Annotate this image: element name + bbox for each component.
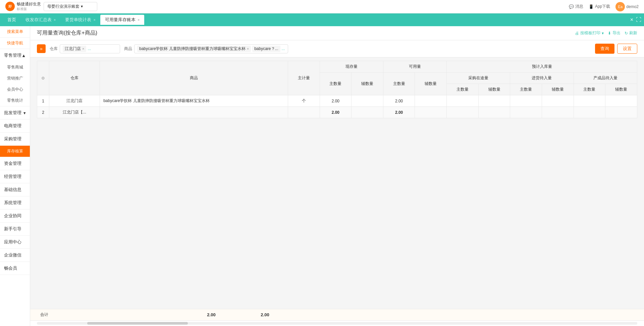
- sidebar-group-purchase-label: 采购管理: [4, 136, 21, 142]
- cell-stock-aux-1: [352, 95, 383, 107]
- message-btn[interactable]: 💬 消息: [569, 4, 583, 9]
- cell-production-main-1: [574, 95, 605, 107]
- logo-text-block: 畅捷通好生意 标准版: [17, 2, 41, 11]
- page-header: 可用量查询(按仓库+商品) 🖨 按模板打印 ▾ ⬇ 导出 ↻ 刷新: [30, 26, 644, 40]
- sidebar-item-retail-stats[interactable]: 零售统计: [0, 95, 30, 106]
- tab-order-summary[interactable]: 要货单统计表 ×: [60, 15, 100, 25]
- th-product: 商品: [100, 61, 288, 95]
- store-select[interactable]: 母婴行业演示账套 ▾: [44, 2, 97, 11]
- tab-home-label: 首页: [7, 17, 16, 23]
- refresh-btn[interactable]: ↻ 刷新: [625, 30, 637, 36]
- cell-product-2: [100, 107, 288, 118]
- cell-incoming-main-2: [510, 107, 542, 118]
- cell-purchase-main-1: [447, 95, 479, 107]
- sidebar-group-ecommerce-header[interactable]: 电商管理: [0, 120, 30, 132]
- sidebar-group-finance-header[interactable]: 资金管理: [0, 157, 30, 170]
- logo-icon: 好: [5, 2, 15, 11]
- tab-receive-summary[interactable]: 收发存汇总表 ×: [21, 15, 60, 25]
- footer-total-label: 合计: [37, 312, 198, 318]
- app-download-label: App下载: [595, 4, 610, 9]
- export-btn[interactable]: ⬇ 导出: [608, 30, 621, 36]
- sidebar-group-wholesale-header[interactable]: 批发管理 ▾: [0, 106, 30, 119]
- cell-available-main-1: 2.00: [383, 95, 415, 107]
- filter-expand-btn[interactable]: »: [37, 44, 46, 53]
- tab-order-summary-label: 要货单统计表: [65, 17, 91, 23]
- sidebar-group-system-header[interactable]: 系统管理: [0, 196, 30, 209]
- tab-available-stock-close[interactable]: ×: [138, 18, 140, 22]
- sidebar-item-inventory[interactable]: 库存核算: [0, 146, 30, 157]
- sidebar-group-wecom: 企业微信: [0, 249, 30, 262]
- setting-button[interactable]: 设置: [617, 44, 637, 54]
- th-warehouse: 仓库: [49, 61, 100, 95]
- sidebar-group-basic-header[interactable]: 基础信息: [0, 183, 30, 196]
- sidebar-quick-nav[interactable]: 快捷导航: [0, 38, 30, 49]
- product-more[interactable]: ...: [282, 46, 285, 51]
- app-download-btn[interactable]: 📱 App下载: [589, 4, 610, 9]
- warehouse-input[interactable]: 江北门店 × ...: [60, 44, 120, 53]
- expand-btn[interactable]: ⛶: [636, 17, 641, 23]
- cell-stock-aux-2: [352, 107, 383, 118]
- sidebar-group-basic-label: 基础信息: [4, 187, 21, 193]
- tab-order-summary-close[interactable]: ×: [93, 18, 95, 22]
- sidebar-item-retail-shop[interactable]: 零售商城: [0, 62, 30, 73]
- sidebar-group-newbie-header[interactable]: 新手引导: [0, 223, 30, 235]
- sidebar-group-member: 畅会员: [0, 262, 30, 275]
- cell-index-2: 2: [37, 107, 49, 118]
- th-incoming-aux: 辅数量: [542, 84, 574, 95]
- th-available-group: 可用量: [383, 61, 446, 73]
- tab-available-stock-label: 可用量库存账本: [105, 17, 136, 23]
- warehouse-label: 仓库: [50, 46, 58, 52]
- avatar-text: Ea: [618, 5, 623, 9]
- product-tag-2: babycare？...: [252, 46, 280, 52]
- th-production-aux: 辅数量: [605, 84, 637, 95]
- export-icon: ⬇: [608, 31, 611, 36]
- top-bar: 好 畅捷通好生意 标准版 母婴行业演示账套 ▾ 💬 消息 📱 App下载 Ea …: [0, 0, 644, 13]
- close-all-btn[interactable]: ×: [630, 17, 633, 23]
- th-incoming-main: 主数量: [510, 84, 542, 95]
- sidebar-group-retail-header[interactable]: 零售管理 ▲: [0, 49, 30, 62]
- sidebar-group-newbie: 新手引导: [0, 223, 30, 236]
- product-label: 商品: [124, 46, 132, 52]
- nav-tabs: 首页 收发存汇总表 × 要货单统计表 × 可用量库存账本 × × ⛶: [0, 13, 644, 26]
- th-production-pending: 产成品待入量: [574, 73, 637, 84]
- product-tag-1: babycare学饮杯 儿童防摔防撞吸管杯重力球吸嘴杯宝宝水杯 ×: [137, 46, 251, 52]
- tab-receive-summary-label: 收发存汇总表: [25, 17, 52, 23]
- cell-warehouse-1: 江北门店: [49, 95, 100, 107]
- sidebar-group-operations: 经营管理: [0, 170, 30, 183]
- tab-receive-summary-close[interactable]: ×: [54, 18, 56, 22]
- sidebar-item-members[interactable]: 会员中心: [0, 84, 30, 95]
- scrollbar-track: [37, 322, 637, 325]
- th-stock-aux: 辅数量: [352, 73, 383, 95]
- warehouse-tag-remove[interactable]: ×: [82, 47, 84, 51]
- print-dropdown-icon: ▾: [602, 31, 604, 36]
- sidebar-group-purchase-header[interactable]: 采购管理: [0, 133, 30, 145]
- sidebar-item-marketing[interactable]: 营销推广: [0, 73, 30, 84]
- tab-available-stock[interactable]: 可用量库存账本 ×: [100, 15, 144, 25]
- query-button[interactable]: 查询: [595, 44, 614, 54]
- gear-icon[interactable]: ⚙: [41, 76, 45, 81]
- page-title: 可用量查询(按仓库+商品): [37, 30, 97, 37]
- filter-bar: » 仓库 江北门店 × ... 商品 babycare学饮杯 儿童防摔防撞吸管杯…: [30, 40, 644, 57]
- product-input[interactable]: babycare学饮杯 儿童防摔防撞吸管杯重力球吸嘴杯宝宝水杯 × babyca…: [134, 44, 288, 53]
- sidebar-group-enterprise-header[interactable]: 企业协同: [0, 209, 30, 222]
- sidebar-group-wecom-header[interactable]: 企业微信: [0, 249, 30, 262]
- print-btn[interactable]: 🖨 按模板打印 ▾: [575, 30, 604, 36]
- cell-available-aux-2: [415, 107, 447, 118]
- sidebar-group-operations-header[interactable]: 经营管理: [0, 170, 30, 183]
- user-area[interactable]: Ea demo2: [615, 2, 639, 11]
- scrollbar-thumb[interactable]: [87, 322, 188, 325]
- warehouse-more[interactable]: ...: [88, 46, 91, 51]
- table-row: 2 江北门店【... 2.00 2.00: [37, 107, 637, 118]
- sidebar-search[interactable]: 搜索菜单: [0, 26, 30, 38]
- th-incoming-pending: 进货待入量: [510, 73, 574, 84]
- sidebar-group-member-header[interactable]: 畅会员: [0, 262, 30, 275]
- tab-home[interactable]: 首页: [3, 15, 21, 25]
- sidebar-group-basic: 基础信息: [0, 183, 30, 196]
- sidebar-group-system-label: 系统管理: [4, 200, 21, 206]
- sidebar-group-appstore-header[interactable]: 应用中心: [0, 236, 30, 248]
- footer-available-main-total: 2.00: [252, 312, 278, 317]
- product-tag-1-remove[interactable]: ×: [247, 47, 249, 51]
- cell-purchase-aux-2: [478, 107, 510, 118]
- sidebar: 搜索菜单 快捷导航 零售管理 ▲ 零售商城 营销推广 会员中心 零售统计 批发管…: [0, 26, 30, 326]
- th-purchase-aux: 辅数量: [478, 84, 510, 95]
